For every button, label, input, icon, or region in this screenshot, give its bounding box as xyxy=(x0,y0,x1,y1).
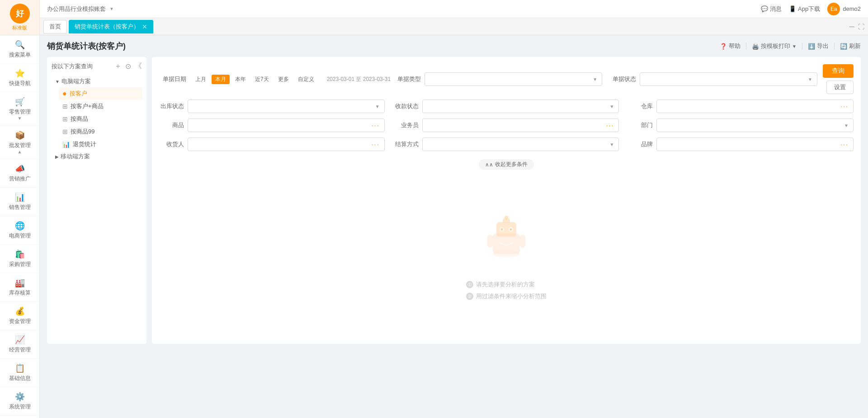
add-scheme-btn[interactable]: ＋ xyxy=(114,62,122,71)
sidebar-item-sales[interactable]: 📊 销售管理 xyxy=(0,188,39,216)
ds-this-month[interactable]: 本月 xyxy=(212,75,230,84)
inventory-icon: 🏭 xyxy=(15,278,25,288)
ds-custom[interactable]: 自定义 xyxy=(294,75,318,84)
svg-rect-9 xyxy=(487,235,493,247)
sidebar-item-inventory-label: 库存核算 xyxy=(9,289,31,297)
doc-status-label: 单据状态 xyxy=(611,75,636,83)
app-download-label: App下载 xyxy=(798,5,820,13)
sidebar-item-ecommerce[interactable]: 🌐 电商管理 xyxy=(0,216,39,245)
tree-section-mobile[interactable]: ▶ 移动端方案 xyxy=(52,151,142,162)
sidebar-item-operation[interactable]: 📈 经营管理 xyxy=(0,330,39,359)
tab-sales-stat[interactable]: 销货单统计表（按客户） ✕ xyxy=(69,20,153,33)
ds-this-year[interactable]: 本年 xyxy=(231,75,250,84)
action-col: 查询 设置 xyxy=(823,64,854,94)
settlement-label: 结算方式 xyxy=(394,140,419,148)
sidebar-item-enterprise[interactable]: 🏢 企业协同 xyxy=(0,416,39,418)
refresh-scheme-btn[interactable]: ⊙ xyxy=(125,62,131,71)
tree-child-by-product99[interactable]: ⊞ 按商品99 xyxy=(59,125,142,138)
message-label: 消息 xyxy=(770,5,782,13)
sidebar-item-retail[interactable]: 🛒 零售管理 ▼ xyxy=(0,92,39,126)
sidebar-item-purchase[interactable]: 🛍️ 采购管理 xyxy=(0,245,39,273)
filter-department: 部门 ▼ xyxy=(628,119,854,132)
doc-status-select[interactable]: ▼ xyxy=(640,72,817,86)
filter-brand: 品牌 ··· xyxy=(628,138,854,151)
product-input[interactable]: ··· xyxy=(188,119,385,132)
sidebar-item-inventory[interactable]: 🏭 库存核算 xyxy=(0,273,39,302)
divider3 xyxy=(834,43,835,49)
filter-out-status: 出库状态 ▼ xyxy=(159,100,385,113)
receiver-input[interactable]: ··· xyxy=(188,138,385,151)
sidebar-item-operation-label: 经营管理 xyxy=(9,346,31,354)
sidebar-item-wholesale[interactable]: 📦 批发管理 ▲ xyxy=(0,126,39,159)
sidebar-item-finance-label: 资金管理 xyxy=(9,318,31,325)
doc-type-label: 单据类型 xyxy=(396,75,421,83)
query-button[interactable]: 查询 xyxy=(823,64,854,78)
hint-text-1: 请先选择要分析的方案 xyxy=(476,280,535,289)
out-status-select[interactable]: ▼ xyxy=(188,100,385,113)
tree-section-pc[interactable]: ▼ 电脑端方案 xyxy=(52,76,142,87)
tab-maximize-btn[interactable]: ⛶ xyxy=(858,23,864,30)
salesperson-input[interactable]: ··· xyxy=(422,119,619,132)
sidebar-item-marketing[interactable]: 📣 营销推广 xyxy=(0,159,39,188)
app-download-btn[interactable]: 📱 App下载 xyxy=(789,5,820,13)
sidebar-item-sales-label: 销售管理 xyxy=(9,204,31,211)
payment-status-select[interactable]: ▼ xyxy=(422,100,619,113)
sidebar-item-finance[interactable]: 💰 资金管理 xyxy=(0,302,39,330)
user-menu-btn[interactable]: Ea demo2 xyxy=(827,3,861,15)
svg-point-8 xyxy=(505,216,508,219)
sidebar-item-search[interactable]: 🔍 搜索菜单 xyxy=(0,35,39,64)
retail-icon: 🛒 xyxy=(15,97,25,107)
marketing-icon: 📣 xyxy=(15,164,25,174)
right-panel: 单据日期 上月 本月 本年 近7天 更多 自定义 2023-03-01 至 20… xyxy=(152,57,861,344)
settings-button[interactable]: 设置 xyxy=(826,81,854,94)
sidebar-item-search-label: 搜索菜单 xyxy=(9,51,31,59)
collapse-scheme-btn[interactable]: 《 xyxy=(135,62,142,71)
grid-icon-3: ⊞ xyxy=(62,128,68,135)
payment-status-arrow: ▼ xyxy=(609,104,614,109)
industry-dropdown-arrow[interactable]: ▼ xyxy=(109,6,114,11)
help-btn[interactable]: ❓ 帮助 xyxy=(720,42,741,50)
selected-scheme-icon: ● xyxy=(62,90,67,98)
sidebar-item-system[interactable]: ⚙️ 系统管理 xyxy=(0,387,39,416)
brand-input[interactable]: ··· xyxy=(656,138,854,151)
tree-child-by-customer-product[interactable]: ⊞ 按客户+商品 xyxy=(59,100,142,113)
payment-status-label: 收款状态 xyxy=(394,102,419,110)
brand-label: 品牌 xyxy=(628,140,653,148)
department-select[interactable]: ▼ xyxy=(656,119,854,132)
help-label: 帮助 xyxy=(729,42,741,50)
ds-last-month[interactable]: 上月 xyxy=(192,75,210,84)
product-dots: ··· xyxy=(372,122,380,129)
filter-settlement: 结算方式 ▼ xyxy=(394,138,619,151)
filter-row-2: 出库状态 ▼ 收款状态 ▼ xyxy=(159,100,854,113)
tab-minimize-btn[interactable]: ─ xyxy=(849,23,854,31)
message-btn[interactable]: 💬 消息 xyxy=(761,5,782,13)
print-icon: 🖨️ xyxy=(752,43,759,50)
collapse-btn[interactable]: ∧∧ 收起更多条件 xyxy=(479,159,534,170)
app-download-icon: 📱 xyxy=(789,5,796,12)
tree-child-by-customer-label: 按客户 xyxy=(70,90,87,98)
tree-child-by-customer[interactable]: ● 按客户 xyxy=(59,87,142,100)
tab-close-icon[interactable]: ✕ xyxy=(142,23,147,30)
left-panel-header: 按以下方案查询 ＋ ⊙ 《 xyxy=(52,62,142,71)
sidebar-item-basic[interactable]: 📋 基础信息 xyxy=(0,359,39,387)
main-area: 办公用品行业模拟账套 ▼ 💬 消息 📱 App下载 Ea demo2 xyxy=(40,0,868,418)
tree-child-return-stat[interactable]: 📊 退货统计 xyxy=(59,138,142,151)
tree-child-by-product[interactable]: ⊞ 按商品 xyxy=(59,113,142,125)
tree-children-pc: ● 按客户 ⊞ 按客户+商品 ⊞ 按商品 xyxy=(52,87,142,151)
settlement-select[interactable]: ▼ xyxy=(422,138,619,151)
ds-more[interactable]: 更多 xyxy=(274,75,292,84)
refresh-btn[interactable]: 🔄 刷新 xyxy=(840,42,861,50)
sidebar-item-shortcuts[interactable]: ⭐ 快捷导航 xyxy=(0,64,39,92)
left-panel: 按以下方案查询 ＋ ⊙ 《 ▼ 电脑端方 xyxy=(47,57,146,344)
warehouse-input[interactable]: ··· xyxy=(656,100,854,113)
sidebar-item-basic-label: 基础信息 xyxy=(9,375,31,382)
tab-home[interactable]: 首页 xyxy=(43,20,67,33)
print-template-btn[interactable]: 🖨️ 按模板打印 ▼ xyxy=(752,42,797,50)
doc-type-arrow: ▼ xyxy=(593,77,597,82)
svg-rect-10 xyxy=(520,235,525,247)
ds-last-7days[interactable]: 近7天 xyxy=(251,75,273,84)
filter-payment-status: 收款状态 ▼ xyxy=(394,100,619,113)
export-btn[interactable]: ⬇️ 导出 xyxy=(808,42,829,50)
finance-icon: 💰 xyxy=(15,306,25,316)
doc-type-select[interactable]: ▼ xyxy=(425,72,602,86)
